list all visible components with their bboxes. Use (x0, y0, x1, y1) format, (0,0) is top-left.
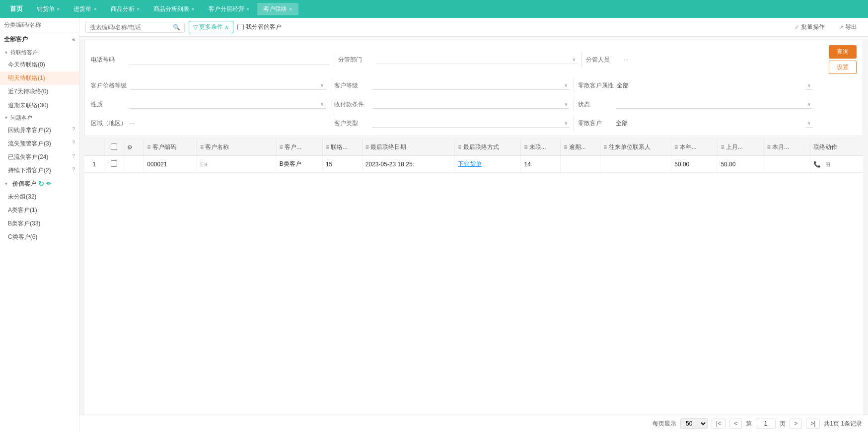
prev-page-btn[interactable]: < (729, 419, 742, 429)
sidebar-group-problem[interactable]: 问题客户 (0, 112, 79, 124)
nav-product-analysis[interactable]: 商品分析 × (105, 3, 145, 15)
sidebar-item-today[interactable]: 今天待联络(0) (0, 58, 79, 72)
col-header-last-date[interactable]: ≡ 最后联络日期 (362, 139, 454, 156)
filter-scatter-select[interactable]: ∨ (805, 119, 813, 128)
filter-status-select[interactable]: ∨ (616, 100, 813, 109)
search-icon[interactable]: 🔍 (173, 24, 180, 31)
close-product-analysis-icon[interactable]: × (137, 6, 140, 12)
nav-purchase-order[interactable]: 进货单 × (68, 3, 102, 15)
sidebar-item-unclassified[interactable]: 未分组(32) (0, 190, 79, 204)
close-customer-segment-icon[interactable]: × (246, 6, 249, 12)
filter-dept-label: 分管部门 (338, 56, 373, 64)
refresh-icon[interactable]: ↻ (38, 180, 44, 188)
cell-unit-contact (600, 156, 671, 173)
sidebar-item-declining[interactable]: 持续下滑客户(2)? (0, 164, 79, 177)
close-purchase-order-icon[interactable]: × (93, 6, 96, 12)
search-input[interactable] (90, 24, 171, 31)
col-header-action[interactable]: 联络动作 (810, 139, 863, 156)
filter-status: 状态 ∨ (578, 100, 813, 109)
sidebar-item-overdue[interactable]: 逾期未联络(30) (0, 99, 79, 112)
sidebar-item-7days[interactable]: 近7天待联络(0) (0, 85, 79, 98)
cell-last-date: 2023-05-23 18:25: (362, 156, 454, 173)
advanced-filter: 电话号码 分管部门 ∨ 分管人员 ··· 查询 设置 (84, 40, 863, 136)
first-page-btn[interactable]: |< (712, 419, 725, 429)
grid-icon[interactable]: ⊞ (825, 161, 830, 168)
sidebar-group-pending[interactable]: 待联络客户 (0, 47, 79, 58)
filter-scatter-attr-select[interactable]: ∨ (805, 81, 813, 90)
page-number-input[interactable] (756, 419, 776, 429)
col-header-not-contact[interactable]: ≡ 未联... (521, 139, 561, 156)
col-header-type[interactable]: ≡ 客户... (276, 139, 322, 156)
sidebar-item-class-c[interactable]: C类客户(6) (0, 230, 79, 244)
col-header-this-year[interactable]: ≡ 本年... (671, 139, 718, 156)
chevron-down-icon-4: ∨ (807, 82, 811, 88)
close-product-analysis-list-icon[interactable]: × (191, 6, 194, 12)
filter-nature-select[interactable]: ∨ (129, 100, 326, 109)
filter-row-2: 客户价格等级 ∨ 客户等级 ∨ 零散客户属性 全部 (91, 78, 857, 93)
col-header-last-month[interactable]: ≡ 上月... (718, 139, 764, 156)
sidebar-item-class-b[interactable]: B类客户(33) (0, 217, 79, 230)
cell-check[interactable] (104, 156, 124, 173)
export-btn[interactable]: ↗ 导出 (834, 21, 862, 33)
col-header-code[interactable]: ≡ 客户编码 (144, 139, 197, 156)
filter-scatter-attr-label: 零散客户属性 (578, 81, 614, 90)
edit-icon[interactable]: ✏ (46, 180, 51, 187)
filter-dept-select[interactable]: ∨ (376, 55, 577, 64)
filter-payment-label: 收付款条件 (334, 100, 369, 109)
sidebar-item-class-a[interactable]: A类客户(1) (0, 204, 79, 217)
filter-scatter: 零散客户 全部 ∨ (578, 119, 813, 128)
col-header-this-month[interactable]: ≡ 本月... (764, 139, 810, 156)
nav-product-analysis-list[interactable]: 商品分析列表 × (147, 3, 200, 15)
nav-home[interactable]: 首页 (4, 2, 29, 15)
col-header-overdue[interactable]: ≡ 逾期... (561, 139, 600, 156)
last-way-link[interactable]: 下销货单 (458, 160, 482, 167)
filter-payment-select[interactable]: ∨ (372, 100, 569, 109)
filter-customer-type-select[interactable]: ∨ (372, 119, 569, 128)
filter-scatter-attr: 零散客户属性 全部 ∨ (578, 81, 813, 90)
my-customers-checkbox[interactable]: 我分管的客户 (237, 23, 282, 31)
settings-btn[interactable]: 设置 (829, 61, 857, 74)
nav-customer-contact[interactable]: 客户联络 × (257, 3, 298, 15)
all-customers-header[interactable]: 全部客户 « (0, 32, 79, 47)
check-icon: ✓ (795, 24, 799, 31)
row-checkbox[interactable] (111, 160, 117, 167)
sidebar-group-value[interactable]: 价值客户 ↻ ✏ (0, 178, 79, 190)
settings-gear-icon[interactable]: ⚙ (127, 144, 133, 151)
select-all-checkbox[interactable] (111, 144, 117, 150)
filter-manager-ellipsis[interactable]: ··· (624, 56, 629, 63)
next-page-btn[interactable]: > (790, 419, 802, 429)
sidebar-item-repurchase-abnormal[interactable]: 回购异常客户(2)? (0, 124, 79, 137)
more-conditions-btn[interactable]: ▽ 更多条件 ∧ (189, 21, 233, 33)
sidebar-item-churned[interactable]: 已流失客户(24)? (0, 150, 79, 164)
col-header-last-way[interactable]: ≡ 最后联络方式 (455, 139, 521, 156)
col-header-contact[interactable]: ≡ 联络... (322, 139, 362, 156)
col-header-name[interactable]: ≡ 客户名称 (197, 139, 276, 156)
cell-last-way[interactable]: 下销货单 (455, 156, 521, 173)
batch-op-btn[interactable]: ✓ 批量操作 (790, 21, 830, 33)
nav-sales-order[interactable]: 销货单 × (31, 3, 66, 15)
close-sales-order-icon[interactable]: × (57, 6, 60, 12)
filter-region-ellipsis[interactable]: ··· (130, 120, 135, 127)
filter-price-level-select[interactable]: ∨ (130, 81, 326, 90)
phone-icon[interactable]: 📞 (813, 161, 821, 168)
filter-customer-level-select[interactable]: ∨ (372, 81, 569, 90)
table-scroll[interactable]: ⚙ ≡ 客户编码 ≡ 客户名称 ≡ 客户... ≡ 联络... ≡ 最后联络日期… (84, 139, 863, 173)
chevron-down-icon-5: ∨ (320, 101, 324, 107)
sidebar-item-churn-warning[interactable]: 流失预警客户(3)? (0, 137, 79, 150)
col-header-check[interactable] (104, 139, 124, 156)
nav-customer-segment[interactable]: 客户分层经营 × (203, 3, 255, 15)
sidebar-search-input[interactable] (4, 21, 78, 28)
query-btn[interactable]: 查询 (829, 45, 857, 59)
cell-not-contact: 14 (521, 156, 561, 173)
sidebar-item-tomorrow[interactable]: 明天待联络(1) (0, 72, 79, 85)
col-header-gear[interactable]: ⚙ (124, 139, 144, 156)
filter-scatter-label: 零散客户 (578, 119, 613, 128)
col-header-unit-contact[interactable]: ≡ 往来单位联系人 (600, 139, 671, 156)
filter-phone-label: 电话号码 (91, 56, 126, 64)
close-customer-contact-icon[interactable]: × (289, 6, 292, 12)
last-page-btn[interactable]: >| (806, 419, 820, 429)
filter-phone-input[interactable] (129, 55, 330, 65)
cell-last-month: 50.00 (718, 156, 764, 173)
my-customers-check[interactable] (237, 24, 244, 30)
per-page-select[interactable]: 50 100 200 (680, 418, 708, 429)
